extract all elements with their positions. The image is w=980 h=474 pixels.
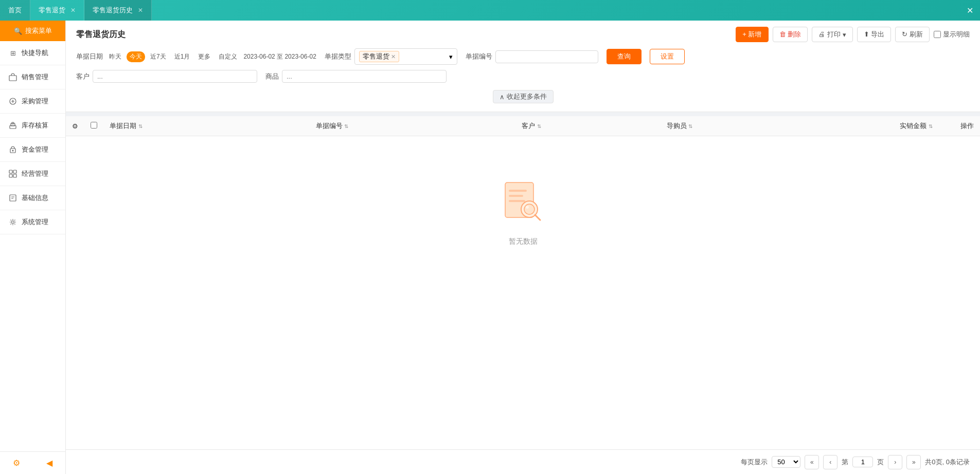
show-detail-label[interactable]: 显示明细 (934, 30, 970, 39)
print-button[interactable]: 🖨 打印 ▾ (812, 27, 853, 42)
sidebar-item-business-mgmt[interactable]: 经营管理 (0, 162, 65, 186)
number-filter-label: 单据编号 (466, 52, 492, 61)
svg-rect-8 (13, 170, 16, 173)
page-title-bar: 零售退货历史 + 新增 🗑 删除 🖨 打印 ▾ ⬆ 导出 (76, 27, 970, 42)
svg-rect-15 (509, 195, 523, 197)
sidebar-item-finance-label: 资金管理 (22, 145, 48, 154)
date-opt-7days[interactable]: 近7天 (147, 51, 169, 62)
window-close-button[interactable]: ✕ (959, 0, 980, 21)
show-detail-checkbox[interactable] (934, 31, 941, 38)
svg-point-20 (526, 206, 529, 209)
quick-nav-icon: ⊞ (8, 48, 17, 58)
type-tag-close[interactable]: ✕ (391, 53, 396, 60)
column-date-sort[interactable]: ⇅ (138, 123, 142, 129)
sidebar-item-inventory[interactable]: 库存核算 (0, 114, 65, 138)
column-date: 单据日期 ⇅ (103, 116, 310, 136)
empty-text: 暂无数据 (509, 237, 538, 246)
date-opt-today[interactable]: 今天 (127, 51, 145, 62)
tab-retail-return-history-label: 零售退货历史 (93, 6, 133, 15)
type-filter: 单据类型 零售退货 ✕ ▾ (325, 48, 457, 65)
top-bar: 首页 零售退货 ✕ 零售退货历史 ✕ ✕ (0, 0, 980, 21)
svg-point-12 (12, 221, 14, 224)
column-guide-sort[interactable]: ⇅ (688, 123, 692, 129)
page-num-input[interactable] (852, 457, 873, 467)
page-num-label: 第 (842, 458, 848, 467)
tab-retail-return-close[interactable]: ✕ (70, 7, 76, 14)
table-head: ⚙ 单据日期 ⇅ 单据编号 ⇅ (66, 116, 980, 136)
filter-row-2: 客户 商品 (76, 70, 970, 83)
goods-input[interactable] (282, 70, 447, 83)
sidebar-item-system-mgmt[interactable]: 系统管理 (0, 210, 65, 234)
sidebar-item-purchase-mgmt[interactable]: 采购管理 (0, 89, 65, 114)
date-opt-custom[interactable]: 自定义 (216, 51, 240, 62)
customer-input[interactable] (93, 70, 257, 83)
column-guide-label: 导购员 (667, 122, 687, 130)
page-title: 零售退货历史 (76, 29, 126, 40)
sidebar-item-basic-label: 基础信息 (22, 193, 48, 203)
sidebar-item-finance[interactable]: 资金管理 (0, 138, 65, 162)
column-amount: 实销金额 ⇅ (836, 116, 939, 136)
page-prev-button[interactable]: ‹ (823, 455, 838, 469)
number-input[interactable] (495, 50, 598, 63)
print-dropdown-icon: ▾ (843, 31, 846, 39)
column-customer-sort[interactable]: ⇅ (537, 123, 541, 129)
collapse-button[interactable]: ∧ 收起更多条件 (493, 90, 554, 103)
type-select-arrow: ▾ (449, 53, 453, 61)
column-number-sort[interactable]: ⇅ (344, 123, 348, 129)
type-select[interactable]: 零售退货 ✕ ▾ (354, 48, 457, 65)
column-action-label: 操作 (960, 122, 974, 130)
empty-state: 暂无数据 (66, 136, 980, 287)
column-settings-icon[interactable]: ⚙ (72, 122, 78, 130)
page-header: 零售退货历史 + 新增 🗑 删除 🖨 打印 ▾ ⬆ 导出 (66, 21, 980, 112)
tab-retail-return-label: 零售退货 (39, 6, 65, 15)
delete-button[interactable]: 🗑 删除 (773, 27, 808, 42)
business-icon (8, 169, 17, 178)
purchase-icon (8, 97, 17, 106)
collapse-sidebar-icon[interactable]: ◀ (46, 458, 52, 468)
svg-rect-10 (13, 174, 16, 177)
data-table: ⚙ 单据日期 ⇅ 单据编号 ⇅ (66, 116, 980, 136)
settings-bottom-icon[interactable]: ⚙ (13, 458, 20, 468)
date-opt-yesterday[interactable]: 昨天 (106, 51, 124, 62)
sidebar-search[interactable]: 🔍 搜索菜单 (0, 21, 65, 41)
tab-retail-return-history-close[interactable]: ✕ (138, 7, 143, 14)
refresh-button[interactable]: ↻ 刷新 (895, 27, 930, 42)
column-amount-label: 实销金额 (900, 122, 926, 130)
tab-retail-return-history[interactable]: 零售退货历史 ✕ (84, 0, 152, 21)
refresh-button-label: ↻ 刷新 (902, 30, 923, 39)
page-size-select[interactable]: 50 100 200 (772, 456, 800, 468)
delete-button-label: 🗑 删除 (779, 30, 801, 39)
column-checkbox[interactable] (84, 116, 103, 136)
new-button[interactable]: + 新增 (736, 27, 768, 42)
column-number-label: 单据编号 (316, 122, 343, 130)
sidebar-item-system-label: 系统管理 (22, 217, 48, 227)
settings-button-label: 设置 (661, 52, 674, 61)
table-wrapper: ⚙ 单据日期 ⇅ 单据编号 ⇅ (66, 116, 980, 474)
date-opt-1month[interactable]: 近1月 (171, 51, 193, 62)
export-button[interactable]: ⬆ 导出 (857, 27, 892, 42)
sidebar-item-sales-mgmt[interactable]: 销售管理 (0, 65, 65, 89)
table-header-row: ⚙ 单据日期 ⇅ 单据编号 ⇅ (66, 116, 980, 136)
tab-home[interactable]: 首页 (0, 0, 30, 21)
basic-info-icon (8, 193, 17, 203)
page-first-button[interactable]: « (805, 455, 819, 469)
tab-bar: 首页 零售退货 ✕ 零售退货历史 ✕ (0, 0, 959, 21)
page-last-button[interactable]: » (906, 455, 921, 469)
sidebar-item-quick-nav-label: 快捷导航 (22, 48, 48, 58)
date-filter: 单据日期 昨天 今天 近7天 近1月 更多 自定义 2023-06-02 至 2… (76, 51, 316, 62)
collapse-label: 收起更多条件 (507, 92, 547, 101)
date-opt-more[interactable]: 更多 (195, 51, 213, 62)
sidebar-item-purchase-label: 采购管理 (22, 97, 48, 106)
new-button-label: + 新增 (742, 30, 761, 39)
settings-button[interactable]: 设置 (650, 49, 685, 64)
svg-rect-16 (509, 200, 525, 202)
tab-retail-return[interactable]: 零售退货 ✕ (30, 0, 84, 21)
page-next-button[interactable]: › (888, 455, 902, 469)
query-button[interactable]: 查询 (607, 49, 642, 64)
sidebar-item-basic-info[interactable]: 基础信息 (0, 186, 65, 210)
select-all-checkbox[interactable] (91, 122, 97, 129)
sidebar-item-quick-nav[interactable]: ⊞ 快捷导航 (0, 41, 65, 65)
column-settings[interactable]: ⚙ (66, 116, 84, 136)
sidebar-search-label: 搜索菜单 (25, 26, 52, 35)
column-amount-sort[interactable]: ⇅ (929, 123, 933, 129)
